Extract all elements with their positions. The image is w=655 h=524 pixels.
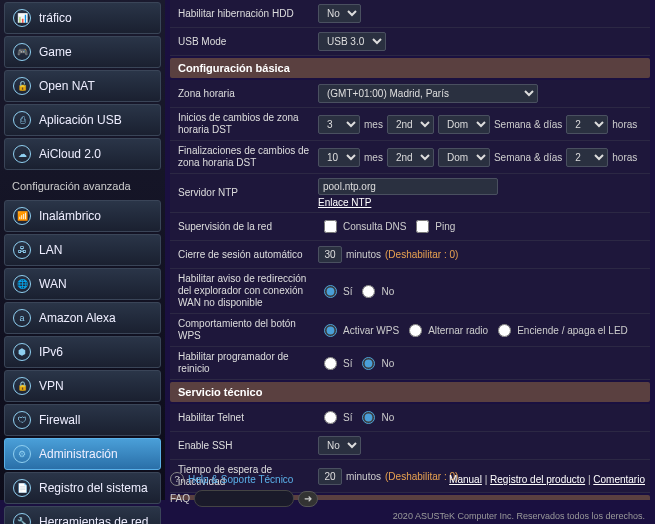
- sidebar-label: WAN: [39, 277, 67, 291]
- ntp-server-label: Servidor NTP: [178, 187, 318, 199]
- section-basic-config: Configuración básica: [170, 58, 650, 78]
- sidebar-label: Amazon Alexa: [39, 311, 116, 325]
- vpn-icon: 🔒: [13, 377, 31, 395]
- sidebar-label: LAN: [39, 243, 62, 257]
- auto-logout-label: Cierre de sesión automático: [178, 249, 318, 261]
- sidebar-item-alexa[interactable]: aAmazon Alexa: [4, 302, 161, 334]
- sidebar-item-game[interactable]: 🎮Game: [4, 36, 161, 68]
- hdd-hibernate-label: Habilitar hibernación HDD: [178, 8, 318, 20]
- nat-icon: 🔓: [13, 77, 31, 95]
- reboot-scheduler-label: Habilitar programador de reinicio: [178, 351, 318, 375]
- ntp-server-input[interactable]: [318, 178, 498, 195]
- sidebar-item-wireless[interactable]: 📶Inalámbrico: [4, 200, 161, 232]
- dns-query-checkbox[interactable]: [324, 220, 337, 233]
- sidebar-item-net-tools[interactable]: 🔧Herramientas de red: [4, 506, 161, 524]
- game-icon: 🎮: [13, 43, 31, 61]
- hdd-hibernate-select[interactable]: No: [318, 4, 361, 23]
- sidebar-item-usb-app[interactable]: ⎙Aplicación USB: [4, 104, 161, 136]
- alexa-icon: a: [13, 309, 31, 327]
- ping-checkbox[interactable]: [416, 220, 429, 233]
- faq-link[interactable]: FAQ: [170, 493, 190, 504]
- telnet-no-radio[interactable]: [362, 411, 375, 424]
- auto-logout-input[interactable]: [318, 246, 342, 263]
- sidebar-label: AiCloud 2.0: [39, 147, 101, 161]
- network-monitor-label: Supervisión de la red: [178, 221, 318, 233]
- dst-end-label: Finalizaciones de cambios de zona horari…: [178, 145, 318, 169]
- dst-start-label: Inicios de cambios de zona horaria DST: [178, 112, 318, 136]
- sidebar-label: VPN: [39, 379, 64, 393]
- wps-activate-radio[interactable]: [324, 324, 337, 337]
- wps-toggle-radio[interactable]: [409, 324, 422, 337]
- sidebar-item-aicloud[interactable]: ☁AiCloud 2.0: [4, 138, 161, 170]
- sidebar-section-advanced: Configuración avanzada: [4, 174, 161, 198]
- sidebar-item-vpn[interactable]: 🔒VPN: [4, 370, 161, 402]
- sidebar: 📊tráfico 🎮Game 🔓Open NAT ⎙Aplicación USB…: [0, 0, 165, 500]
- search-button[interactable]: ➜: [298, 491, 318, 507]
- unit-weekday: Semana & días: [494, 119, 562, 130]
- dst-end-day[interactable]: Dom: [438, 148, 490, 167]
- unit-hours: horas: [612, 152, 637, 163]
- sidebar-item-wan[interactable]: 🌐WAN: [4, 268, 161, 300]
- dst-end-month[interactable]: 10: [318, 148, 360, 167]
- cloud-icon: ☁: [13, 145, 31, 163]
- sidebar-label: Administración: [39, 447, 118, 461]
- usb-mode-select[interactable]: USB 3.0: [318, 32, 386, 51]
- search-input[interactable]: [194, 490, 294, 507]
- usb-icon: ⎙: [13, 111, 31, 129]
- yes-label: Sí: [343, 286, 352, 297]
- unit-hours: horas: [612, 119, 637, 130]
- wps-led-radio[interactable]: [498, 324, 511, 337]
- log-icon: 📄: [13, 479, 31, 497]
- dst-end-hour[interactable]: 2: [566, 148, 608, 167]
- sidebar-item-open-nat[interactable]: 🔓Open NAT: [4, 70, 161, 102]
- dst-start-week[interactable]: 2nd: [387, 115, 434, 134]
- sched-yes-radio[interactable]: [324, 357, 337, 370]
- ping-label: Ping: [435, 221, 455, 232]
- help-support-link[interactable]: Help & Soporte Técnico: [188, 474, 293, 485]
- shield-icon: 🛡: [13, 411, 31, 429]
- sidebar-item-firewall[interactable]: 🛡Firewall: [4, 404, 161, 436]
- no-label: No: [381, 286, 394, 297]
- globe-icon: 🌐: [13, 275, 31, 293]
- timezone-select[interactable]: (GMT+01:00) Madrid, París: [318, 84, 538, 103]
- tools-icon: 🔧: [13, 513, 31, 524]
- sidebar-item-traffic[interactable]: 📊tráfico: [4, 2, 161, 34]
- unit-month: mes: [364, 152, 383, 163]
- no-label: No: [381, 358, 394, 369]
- telnet-label: Habilitar Telnet: [178, 412, 318, 424]
- footer: ? Help & Soporte Técnico Manual | Regist…: [170, 472, 645, 521]
- help-icon: ?: [170, 472, 184, 486]
- dst-start-day[interactable]: Dom: [438, 115, 490, 134]
- manual-link[interactable]: Manual: [449, 474, 482, 485]
- sidebar-label: Registro del sistema: [39, 481, 148, 495]
- redirect-no-radio[interactable]: [362, 285, 375, 298]
- sidebar-label: IPv6: [39, 345, 63, 359]
- dns-query-label: Consulta DNS: [343, 221, 406, 232]
- unit-month: mes: [364, 119, 383, 130]
- sidebar-item-system-log[interactable]: 📄Registro del sistema: [4, 472, 161, 504]
- yes-label: Sí: [343, 412, 352, 423]
- lan-icon: 🖧: [13, 241, 31, 259]
- feedback-link[interactable]: Comentario: [593, 474, 645, 485]
- ssh-select[interactable]: No: [318, 436, 361, 455]
- sidebar-item-lan[interactable]: 🖧LAN: [4, 234, 161, 266]
- dst-start-month[interactable]: 3: [318, 115, 360, 134]
- sidebar-label: tráfico: [39, 11, 72, 25]
- dst-start-hour[interactable]: 2: [566, 115, 608, 134]
- dst-end-week[interactable]: 2nd: [387, 148, 434, 167]
- sidebar-item-ipv6[interactable]: ⬢IPv6: [4, 336, 161, 368]
- yes-label: Sí: [343, 358, 352, 369]
- sidebar-item-administration[interactable]: ⚙Administración: [4, 438, 161, 470]
- main-panel: Habilitar hibernación HDDNo USB ModeUSB …: [165, 0, 655, 500]
- timezone-label: Zona horaria: [178, 88, 318, 100]
- telnet-yes-radio[interactable]: [324, 411, 337, 424]
- traffic-icon: 📊: [13, 9, 31, 27]
- copyright: 2020 ASUSTeK Computer Inc. Reservados to…: [170, 511, 645, 521]
- gear-icon: ⚙: [13, 445, 31, 463]
- wps-toggle-label: Alternar radio: [428, 325, 488, 336]
- product-reg-link[interactable]: Registro del producto: [490, 474, 585, 485]
- redirect-yes-radio[interactable]: [324, 285, 337, 298]
- sidebar-label: Game: [39, 45, 72, 59]
- sched-no-radio[interactable]: [362, 357, 375, 370]
- ntp-link[interactable]: Enlace NTP: [318, 197, 371, 208]
